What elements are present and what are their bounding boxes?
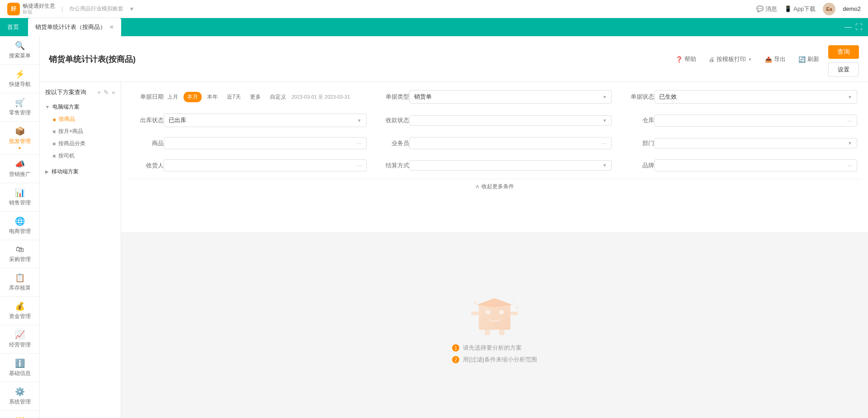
scheme-header-icons: + ✎ « — [97, 89, 115, 96]
sidebar-retail-label: 零售管理 — [9, 109, 31, 117]
svg-point-9 — [513, 300, 514, 302]
empty-illustration — [467, 282, 522, 337]
scheme-item-month-icon: ■ — [52, 128, 56, 135]
date-this-month-btn[interactable]: 本月 — [184, 92, 202, 102]
collapse-icon: ∧ — [475, 183, 480, 190]
scheme-item-warehouse-icon: ■ — [52, 153, 56, 159]
finance-icon: 💰 — [15, 301, 25, 311]
salesperson-input[interactable]: ··· — [409, 137, 612, 149]
sidebar-item-search[interactable]: 🔍 搜索菜单 — [0, 36, 39, 65]
refresh-btn[interactable]: 🔄 刷新 — [795, 53, 823, 65]
doc-status-select[interactable]: 已生效 ▼ — [654, 90, 857, 104]
tab-report[interactable]: 销货单统计计表（按商品） ✕ — [28, 18, 121, 36]
payment-status-label: 收款状态 — [377, 116, 409, 124]
message-btn[interactable]: 💬 消息 — [756, 5, 777, 13]
sidebar-item-purchase[interactable]: 🛍 采购管理 — [0, 240, 39, 268]
search-icon: 🔍 — [15, 41, 25, 51]
sidebar-quick-nav-label: 快捷导航 — [9, 81, 31, 88]
tab-home[interactable]: 首页 — [0, 18, 26, 36]
sidebar-item-basic-info[interactable]: ℹ️ 基础信息 — [0, 354, 39, 382]
main-layout: 🔍 搜索菜单 ⚡ 快捷导航 🛒 零售管理 📦 批发管理 ▲ 📣 营销推广 📊 销… — [0, 36, 868, 418]
sidebar-sales-label: 销售管理 — [9, 199, 31, 207]
export-btn[interactable]: 📤 导出 — [761, 53, 789, 65]
tip-num-1: 1 — [452, 344, 459, 352]
scheme-add-icon[interactable]: + — [97, 89, 101, 96]
sidebar-item-sales[interactable]: 📊 销售管理 — [0, 183, 39, 212]
sidebar-ecommerce-label: 电商管理 — [9, 228, 31, 235]
date-custom-btn[interactable]: 自定义 — [266, 92, 290, 102]
page-title: 销货单统计计表(按商品) — [49, 54, 136, 65]
filter-doc-status-col: 单据状态 已生效 ▼ — [619, 87, 861, 106]
sidebar-item-inventory[interactable]: 📋 库存核算 — [0, 268, 39, 297]
scheme-group-mobile-title[interactable]: ▶ 移动端方案 — [40, 166, 121, 178]
doc-type-select[interactable]: 销货单 ▼ — [409, 90, 612, 104]
settings-btn[interactable]: 设置 — [828, 62, 859, 77]
payment-status-select[interactable]: ▼ — [409, 115, 612, 126]
filter-row-2: 出库状态 已出库 ▼ 收款状态 — [128, 111, 861, 130]
sidebar-item-retail[interactable]: 🛒 零售管理 — [0, 93, 39, 122]
date-this-year-btn[interactable]: 本年 — [203, 92, 222, 102]
product-input[interactable]: ··· — [164, 137, 367, 149]
doc-status-value: 已生效 — [659, 93, 677, 101]
tab-minimize-btn[interactable]: — — [844, 23, 852, 31]
sidebar-item-wholesale[interactable]: 📦 批发管理 ▲ — [0, 122, 39, 155]
top-header: 好 畅捷通好生意 标版 | 办公用品行业模拟账套 ▼ 💬 消息 📱 App下载 … — [0, 0, 868, 18]
sidebar-inventory-label: 库存核算 — [9, 284, 31, 292]
date-7days-btn[interactable]: 近7天 — [223, 92, 245, 102]
tab-close-icon[interactable]: ✕ — [109, 24, 114, 30]
scheme-item-by-month-product[interactable]: ■ 按月+商品 — [40, 125, 121, 138]
print-label: 按模板打印 — [717, 55, 746, 63]
brand-input[interactable]: ··· — [654, 159, 857, 171]
brand-dots[interactable]: ··· — [847, 162, 852, 169]
sidebar-item-operations[interactable]: 📈 经营管理 — [0, 325, 39, 354]
scheme-item-by-product[interactable]: ● 按商品 — [40, 113, 121, 125]
sidebar-finance-label: 资金管理 — [9, 313, 31, 320]
sidebar-item-finance[interactable]: 💰 资金管理 — [0, 297, 39, 325]
download-icon: 📱 — [784, 5, 792, 12]
help-btn[interactable]: ❓ 帮助 — [672, 53, 700, 65]
dept-label: 部门 — [623, 139, 654, 147]
scheme-item-by-category[interactable]: ■ 按商品分类 — [40, 138, 121, 150]
collapse-bar[interactable]: ∧ 收起更多条件 — [128, 179, 861, 194]
dept-select[interactable]: ▼ — [654, 138, 857, 148]
sidebar-item-ecommerce[interactable]: 🌐 电商管理 — [0, 212, 39, 240]
doc-type-label: 单据类型 — [377, 93, 409, 101]
sidebar-marketing-label: 营销推广 — [9, 171, 31, 178]
sidebar-item-marketing[interactable]: 📣 营销推广 — [0, 155, 39, 183]
salesperson-dots[interactable]: ··· — [602, 140, 607, 147]
scheme-item-by-warehouse[interactable]: ■ 按司机 — [40, 150, 121, 162]
settlement-select[interactable]: ▼ — [409, 160, 612, 171]
sidebar-item-quick-nav[interactable]: ⚡ 快捷导航 — [0, 65, 39, 93]
empty-tips: 1 请先选择要分析的方案 2 用[过滤]条件来缩小分析范围 — [452, 344, 537, 367]
warehouse-input[interactable]: ··· — [654, 114, 857, 127]
svg-rect-6 — [485, 330, 490, 335]
sidebar-item-system[interactable]: ⚙️ 系统管理 — [0, 382, 39, 411]
scheme-collapse-icon[interactable]: « — [112, 89, 115, 96]
system-icon: ⚙️ — [15, 387, 25, 397]
dept-arrow: ▼ — [848, 141, 852, 146]
header-right: 💬 消息 📱 App下载 Ea demo2 — [756, 3, 861, 15]
scheme-edit-icon[interactable]: ✎ — [104, 89, 109, 96]
query-btn[interactable]: 查询 — [828, 45, 859, 59]
refresh-label: 刷新 — [807, 55, 819, 63]
receiver-input[interactable]: ··· — [164, 159, 367, 171]
date-prev-month-btn[interactable]: 上月 — [164, 92, 182, 102]
sidebar-item-enterprise[interactable]: 🤝 企业协同 — [0, 411, 39, 418]
product-dots[interactable]: ··· — [357, 140, 362, 147]
stock-status-select[interactable]: 已出库 ▼ — [164, 114, 367, 127]
print-btn[interactable]: 🖨 按模板打印 ▼ — [705, 53, 756, 65]
stock-status-arrow: ▼ — [357, 118, 362, 123]
avatar[interactable]: Ea — [823, 3, 835, 15]
receiver-dots[interactable]: ··· — [357, 162, 362, 169]
date-more-btn[interactable]: 更多 — [246, 92, 264, 102]
scheme-item-month-label: 按月+商品 — [58, 128, 83, 135]
warehouse-dots[interactable]: ··· — [847, 117, 852, 124]
tab-maximize-btn[interactable]: ⛶ — [855, 23, 863, 31]
sidebar-system-label: 系统管理 — [9, 398, 31, 406]
scheme-group-pc-title[interactable]: ▼ 电脑端方案 — [40, 101, 121, 113]
svg-rect-2 — [486, 310, 490, 314]
right-content: 单据日期 上月 本月 本年 近7天 更多 自定义 2023-03-01 至 20… — [121, 82, 868, 418]
app-download-btn[interactable]: 📱 App下载 — [784, 5, 816, 13]
filter-settlement-col: 结算方式 ▼ — [374, 157, 616, 174]
marketing-icon: 📣 — [15, 159, 25, 169]
